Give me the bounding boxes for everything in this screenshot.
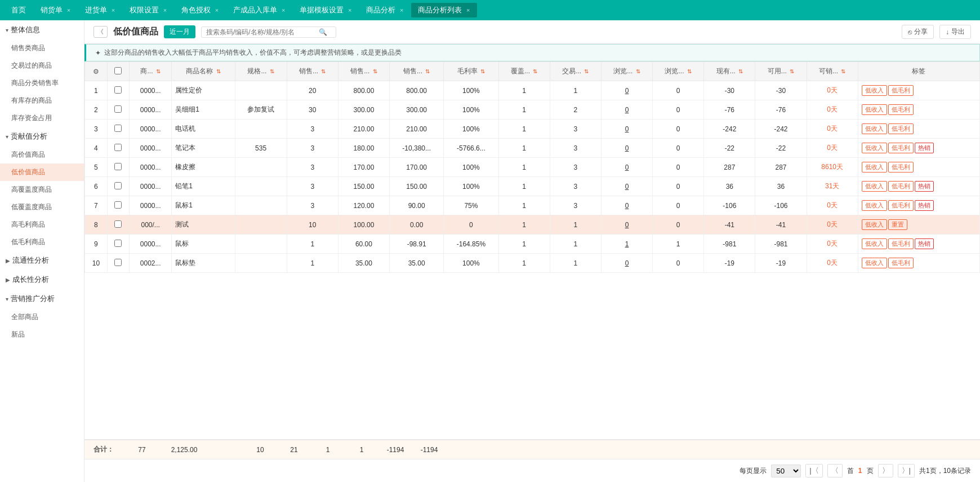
sidebar-section-contribution[interactable]: ▾ 贡献值分析 — [0, 127, 84, 146]
view1-link[interactable]: 0 — [625, 106, 629, 114]
nav-production[interactable]: 产成品入库单 × — [226, 3, 292, 17]
row-view1[interactable]: 0 — [601, 215, 652, 235]
col-sales-amount[interactable]: 销售... ⇅ — [338, 62, 389, 81]
nav-product-analysis[interactable]: 商品分析 × — [359, 3, 410, 17]
nav-sales-close[interactable]: × — [67, 7, 70, 14]
col-settings[interactable]: ⚙ — [85, 62, 108, 81]
nav-product-analysis-close[interactable]: × — [400, 7, 403, 14]
col-view2[interactable]: 浏览... ⇅ — [653, 62, 704, 81]
sidebar-item-low-value[interactable]: 低价值商品 — [0, 163, 84, 181]
sidebar-item-category-sales[interactable]: 商品分类销售率 — [0, 74, 84, 92]
sidebar-item-traded-products[interactable]: 交易过的商品 — [0, 57, 84, 74]
col-sales-profit[interactable]: 销售... ⇅ — [390, 62, 444, 81]
sidebar-item-sales-products[interactable]: 销售类商品 — [0, 39, 84, 57]
nav-permissions-close[interactable]: × — [163, 7, 167, 14]
col-sales-qty[interactable]: 销售... ⇅ — [287, 62, 338, 81]
row-view1[interactable]: 0 — [601, 120, 652, 139]
col-gross-margin[interactable]: 毛利率 ⇅ — [444, 62, 498, 81]
table-wrapper[interactable]: ⚙ 商... ⇅ 商品名称 ⇅ 规格... ⇅ 销售... ⇅ 销售... ⇅ … — [84, 61, 980, 439]
view1-link[interactable]: 0 — [625, 125, 629, 133]
last-page-btn[interactable]: 〉| — [898, 464, 915, 477]
view1-link[interactable]: 0 — [625, 221, 629, 229]
row-sales-qty: 3 — [287, 158, 338, 177]
sidebar-item-stocked-products[interactable]: 有库存的商品 — [0, 92, 84, 109]
row-view1[interactable]: 0 — [601, 254, 652, 273]
view1-link[interactable]: 0 — [625, 144, 629, 152]
row-checkbox[interactable] — [114, 125, 122, 132]
nav-permissions[interactable]: 权限设置 × — [123, 3, 173, 17]
share-button[interactable]: ⎋ 分享 — [902, 25, 934, 39]
sidebar-section-growth[interactable]: ▶ 成长性分析 — [0, 270, 84, 289]
view1-link[interactable]: 0 — [625, 202, 629, 210]
col-name[interactable]: 商品名称 ⇅ — [172, 62, 235, 81]
sidebar-item-all-products[interactable]: 全部商品 — [0, 308, 84, 326]
period-button[interactable]: 近一月 — [164, 25, 195, 38]
first-page-btn[interactable]: |〈 — [805, 464, 822, 477]
sidebar-item-high-margin[interactable]: 高毛利商品 — [0, 216, 84, 233]
sidebar-item-new-products[interactable]: 新品 — [0, 326, 84, 343]
search-icon[interactable]: 🔍 — [319, 28, 327, 36]
row-checkbox[interactable] — [114, 201, 122, 209]
sidebar-item-low-margin[interactable]: 低毛利商品 — [0, 233, 84, 251]
nav-sales[interactable]: 销货单 × — [34, 3, 77, 17]
nav-templates-close[interactable]: × — [348, 7, 351, 14]
row-name: 属性定价 — [172, 81, 235, 100]
nav-roles[interactable]: 角色授权 × — [175, 3, 225, 17]
row-checkbox[interactable] — [114, 144, 122, 151]
row-view1[interactable]: 1 — [601, 235, 652, 254]
row-view1[interactable]: 0 — [601, 158, 652, 177]
nav-product-analysis-list-close[interactable]: × — [466, 7, 470, 14]
sidebar-item-high-value[interactable]: 高价值商品 — [0, 146, 84, 163]
view1-link[interactable]: 0 — [625, 163, 629, 171]
row-view1[interactable]: 0 — [601, 139, 652, 158]
sidebar-section-overall[interactable]: ▾ 整体信息 — [0, 20, 84, 39]
row-checkbox[interactable] — [114, 182, 122, 189]
export-button[interactable]: ↓ 导出 — [939, 25, 971, 39]
row-checkbox[interactable] — [114, 259, 122, 266]
row-checkbox[interactable] — [114, 86, 122, 94]
view1-link[interactable]: 0 — [625, 87, 629, 95]
row-checkbox-cell — [107, 215, 129, 235]
row-checkbox[interactable] — [114, 220, 122, 228]
nav-purchase-close[interactable]: × — [112, 7, 115, 14]
col-coverage[interactable]: 覆盖... ⇅ — [498, 62, 550, 81]
sidebar-item-high-coverage[interactable]: 高覆盖度商品 — [0, 181, 84, 198]
export-icon: ↓ — [946, 28, 949, 36]
row-view2: 0 — [653, 120, 704, 139]
row-checkbox[interactable] — [114, 163, 122, 170]
view1-link[interactable]: 0 — [625, 183, 629, 191]
total-info: 共1页，10条记录 — [919, 466, 971, 476]
row-view1[interactable]: 0 — [601, 100, 652, 120]
nav-purchase[interactable]: 进货单 × — [78, 3, 122, 17]
search-input[interactable] — [206, 28, 319, 36]
prev-page-btn[interactable]: 〈 — [827, 464, 843, 477]
col-transaction[interactable]: 交易... ⇅ — [550, 62, 601, 81]
sidebar-item-inventory-capital[interactable]: 库存资金占用 — [0, 109, 84, 127]
row-view1[interactable]: 0 — [601, 177, 652, 196]
row-checkbox[interactable] — [114, 105, 122, 113]
row-view1[interactable]: 0 — [601, 196, 652, 215]
row-view1[interactable]: 0 — [601, 81, 652, 100]
nav-roles-close[interactable]: × — [215, 7, 219, 14]
sidebar-section-marketing[interactable]: ▾ 营销推广分析 — [0, 289, 84, 308]
row-checkbox[interactable] — [114, 240, 122, 247]
col-available[interactable]: 可用... ⇅ — [755, 62, 807, 81]
nav-product-analysis-list[interactable]: 商品分析列表 × — [411, 3, 476, 17]
col-code[interactable]: 商... ⇅ — [130, 62, 172, 81]
sidebar-section-circulation[interactable]: ▶ 流通性分析 — [0, 251, 84, 270]
next-page-btn[interactable]: 〉 — [878, 464, 893, 477]
collapse-button[interactable]: 《 — [93, 26, 108, 38]
nav-production-close[interactable]: × — [282, 7, 285, 14]
col-sellable[interactable]: 可销... ⇅ — [807, 62, 858, 81]
sidebar-item-low-coverage[interactable]: 低覆盖度商品 — [0, 198, 84, 216]
nav-templates[interactable]: 单据模板设置 × — [293, 3, 358, 17]
nav-home[interactable]: 首页 — [5, 3, 33, 17]
col-view1[interactable]: 浏览... ⇅ — [601, 62, 652, 81]
view1-link[interactable]: 0 — [625, 259, 629, 267]
per-page-select[interactable]: 50 100 200 — [771, 465, 801, 477]
col-current-stock[interactable]: 现有... ⇅ — [704, 62, 755, 81]
row-name: 吴细细1 — [172, 100, 235, 120]
select-all-checkbox[interactable] — [114, 67, 122, 74]
view1-link[interactable]: 1 — [625, 240, 629, 248]
col-spec[interactable]: 规格... ⇅ — [235, 62, 287, 81]
